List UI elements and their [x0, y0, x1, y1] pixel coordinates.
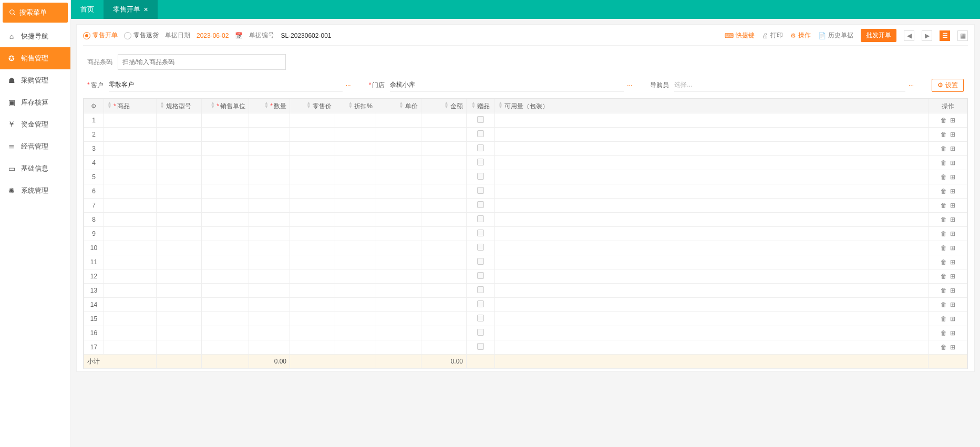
gift-checkbox[interactable]: [477, 343, 484, 350]
delete-row-icon[interactable]: 🗑: [941, 131, 947, 138]
gift-checkbox[interactable]: [477, 144, 484, 151]
delete-row-icon[interactable]: 🗑: [941, 244, 947, 252]
table-row[interactable]: 11🗑⊞: [84, 255, 967, 269]
delete-row-icon[interactable]: 🗑: [941, 117, 947, 124]
add-row-icon[interactable]: ⊞: [950, 315, 955, 323]
barcode-input[interactable]: [118, 54, 286, 70]
sidebar-item[interactable]: ✺系统管理: [0, 180, 70, 202]
add-row-icon[interactable]: ⊞: [950, 202, 955, 209]
shortcut-button[interactable]: ⌨快捷键: [725, 31, 755, 40]
add-row-icon[interactable]: ⊞: [950, 244, 955, 252]
gift-checkbox[interactable]: [477, 201, 484, 208]
gift-checkbox[interactable]: [477, 300, 484, 307]
add-row-icon[interactable]: ⊞: [950, 216, 955, 223]
add-row-icon[interactable]: ⊞: [950, 117, 955, 124]
table-row[interactable]: 17🗑⊞: [84, 340, 967, 355]
add-row-icon[interactable]: ⊞: [950, 301, 955, 308]
column-settings-button[interactable]: ⚙ 设置: [932, 79, 964, 92]
add-row-icon[interactable]: ⊞: [950, 230, 955, 237]
delete-row-icon[interactable]: 🗑: [941, 145, 947, 152]
view-grid-button[interactable]: ▦: [957, 30, 968, 41]
table-row[interactable]: 3🗑⊞: [84, 142, 967, 156]
add-row-icon[interactable]: ⊞: [950, 188, 955, 195]
next-doc-button[interactable]: ▶: [922, 30, 932, 41]
gift-checkbox[interactable]: [477, 130, 484, 137]
table-row[interactable]: 12🗑⊞: [84, 269, 967, 284]
guide-value[interactable]: 选择...: [674, 78, 905, 92]
delete-row-icon[interactable]: 🗑: [941, 159, 947, 167]
table-row[interactable]: 6🗑⊞: [84, 184, 967, 199]
operate-button[interactable]: ⚙操作: [790, 31, 811, 40]
gift-checkbox[interactable]: [477, 244, 484, 251]
table-row[interactable]: 15🗑⊞: [84, 312, 967, 326]
gift-checkbox[interactable]: [477, 159, 484, 165]
table-row[interactable]: 10🗑⊞: [84, 241, 967, 255]
table-row[interactable]: 16🗑⊞: [84, 326, 967, 340]
tab[interactable]: 首页: [71, 0, 104, 19]
close-icon[interactable]: ✕: [143, 6, 148, 13]
gift-checkbox[interactable]: [477, 116, 484, 123]
delete-row-icon[interactable]: 🗑: [941, 329, 947, 337]
delete-row-icon[interactable]: 🗑: [941, 287, 947, 294]
delete-row-icon[interactable]: 🗑: [941, 188, 947, 195]
table-row[interactable]: 8🗑⊞: [84, 213, 967, 227]
mode-return-radio[interactable]: 零售退货: [124, 31, 159, 40]
print-button[interactable]: 🖨打印: [762, 31, 783, 40]
view-list-button[interactable]: ☰: [940, 30, 950, 41]
gift-checkbox[interactable]: [477, 329, 484, 336]
add-row-icon[interactable]: ⊞: [950, 273, 955, 280]
calendar-icon[interactable]: 📅: [235, 32, 243, 39]
delete-row-icon[interactable]: 🗑: [941, 273, 947, 280]
gift-checkbox[interactable]: [477, 315, 484, 321]
table-row[interactable]: 5🗑⊞: [84, 170, 967, 184]
add-row-icon[interactable]: ⊞: [950, 131, 955, 138]
sidebar-item[interactable]: ￥资金管理: [0, 113, 70, 136]
customer-more-icon[interactable]: ···: [343, 81, 354, 89]
gift-checkbox[interactable]: [477, 187, 484, 194]
add-row-icon[interactable]: ⊞: [950, 329, 955, 337]
sidebar-item[interactable]: ☗采购管理: [0, 69, 70, 91]
batch-order-button[interactable]: 批发开单: [861, 29, 896, 42]
delete-row-icon[interactable]: 🗑: [941, 301, 947, 308]
table-row[interactable]: 9🗑⊞: [84, 227, 967, 241]
store-more-icon[interactable]: ···: [624, 81, 635, 89]
gift-checkbox[interactable]: [477, 272, 484, 279]
mode-retail-radio[interactable]: 零售开单: [83, 31, 118, 40]
delete-row-icon[interactable]: 🗑: [941, 344, 947, 351]
delete-row-icon[interactable]: 🗑: [941, 173, 947, 181]
gift-checkbox[interactable]: [477, 173, 484, 180]
delete-row-icon[interactable]: 🗑: [941, 315, 947, 323]
row-settings-icon[interactable]: ⚙: [91, 102, 97, 110]
table-row[interactable]: 4🗑⊞: [84, 156, 967, 170]
delete-row-icon[interactable]: 🗑: [941, 202, 947, 209]
add-row-icon[interactable]: ⊞: [950, 173, 955, 181]
table-row[interactable]: 14🗑⊞: [84, 298, 967, 312]
guide-more-icon[interactable]: ···: [905, 81, 917, 89]
gift-checkbox[interactable]: [477, 215, 484, 222]
sidebar-item[interactable]: ⌂快捷导航: [0, 25, 70, 47]
tab[interactable]: 零售开单✕: [104, 0, 158, 19]
add-row-icon[interactable]: ⊞: [950, 344, 955, 351]
table-row[interactable]: 7🗑⊞: [84, 199, 967, 213]
add-row-icon[interactable]: ⊞: [950, 287, 955, 294]
delete-row-icon[interactable]: 🗑: [941, 216, 947, 223]
store-value[interactable]: 余杭小库: [390, 78, 624, 92]
delete-row-icon[interactable]: 🗑: [941, 258, 947, 266]
prev-doc-button[interactable]: ◀: [904, 30, 914, 41]
sidebar-item[interactable]: ≣经营管理: [0, 136, 70, 158]
add-row-icon[interactable]: ⊞: [950, 145, 955, 152]
sidebar-item[interactable]: ✪销售管理: [0, 47, 70, 69]
table-row[interactable]: 13🗑⊞: [84, 284, 967, 298]
gift-checkbox[interactable]: [477, 230, 484, 236]
customer-value[interactable]: 零散客户: [109, 78, 343, 92]
doc-date-value[interactable]: 2023-06-02: [197, 32, 229, 39]
search-menu-button[interactable]: 搜索菜单: [3, 3, 68, 23]
gift-checkbox[interactable]: [477, 286, 484, 293]
sidebar-item[interactable]: ▭基础信息: [0, 158, 70, 180]
sidebar-item[interactable]: ▣库存核算: [0, 91, 70, 113]
add-row-icon[interactable]: ⊞: [950, 159, 955, 167]
add-row-icon[interactable]: ⊞: [950, 258, 955, 266]
gift-checkbox[interactable]: [477, 258, 484, 265]
table-row[interactable]: 2🗑⊞: [84, 128, 967, 142]
history-button[interactable]: 📄历史单据: [818, 31, 853, 40]
